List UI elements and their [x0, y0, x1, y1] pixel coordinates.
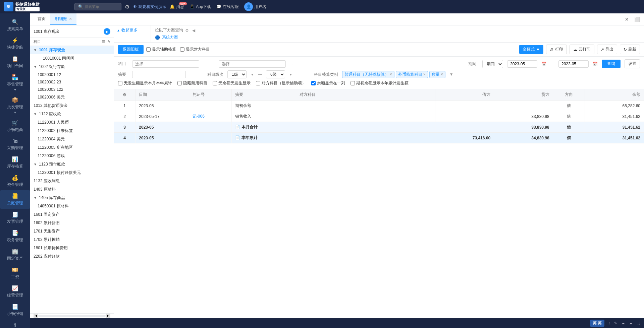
top-search-box[interactable]: 🔍 [74, 3, 121, 10]
sidebar-item-ecommerce[interactable]: 🛒 小畅电商 [0, 117, 30, 135]
tree-toggle-1001[interactable]: ▼ [34, 48, 38, 52]
tree-toggle-1405[interactable]: ▼ [34, 196, 38, 200]
tree-node-1405[interactable]: ▼ 1405 库存商品 [30, 194, 114, 202]
sidebar-item-search[interactable]: 🔍 搜索菜单 [0, 16, 30, 35]
tag-close-0[interactable]: × [390, 72, 392, 77]
settings-gear-icon[interactable]: ⚙ [125, 4, 129, 10]
tab-close-window-btn[interactable]: ✕ [624, 15, 630, 23]
app-download-btn[interactable]: 📱 App下载 [190, 4, 211, 10]
sidebar-item-quick-nav[interactable]: ⚡ 快捷导航 [0, 35, 30, 53]
tree-node-14050001[interactable]: 14050001 原材料 [30, 202, 114, 210]
tree-node-1403[interactable]: 1403 原材料 [30, 185, 114, 194]
refresh-btn[interactable]: ↻ 刷新 [620, 45, 640, 54]
tree-node-10020002[interactable]: 10020002 23 [30, 78, 114, 86]
cb1-label[interactable]: 无发生额显示本月本年累计 [118, 80, 172, 86]
cb4-input[interactable] [256, 81, 260, 85]
sidebar-item-purchase[interactable]: 🛍 采购管理 [0, 135, 30, 153]
top-search-input[interactable] [85, 5, 118, 9]
tree-node-11220005[interactable]: 11220005 所在地区 [30, 143, 114, 152]
tree-node-2202[interactable]: 2202 应付账款 [30, 252, 114, 261]
tree-node-1001[interactable]: ▼ 1001 库存现金 [30, 46, 114, 54]
scheme-name[interactable]: 系统方案 [162, 35, 178, 40]
notification-btn[interactable]: 🔔 消息 99+ [170, 4, 184, 10]
sidebar-item-capital[interactable]: 💰 资金管理 [0, 172, 30, 190]
cb2-input[interactable] [177, 81, 182, 85]
show-aux-checkbox[interactable]: 显示辅助核算 [146, 47, 176, 52]
tree-node-1701[interactable]: 1701 无形资产 [30, 227, 114, 236]
sidebar-item-invoice[interactable]: 🧾 发票管理 [0, 209, 30, 227]
cb5-label[interactable]: 余额显示在一列 [311, 80, 345, 86]
scheme-settings-icon[interactable]: ⚙ [185, 28, 189, 33]
level-from-select[interactable]: 1级 [227, 70, 247, 78]
scroll-left-btn[interactable]: ◀ [34, 314, 38, 318]
tag-close-2[interactable]: × [441, 72, 443, 77]
tree-toggle-1122[interactable]: ▼ [34, 112, 38, 116]
calendar-start-icon[interactable]: 📅 [541, 62, 546, 66]
category-dropdown-icon[interactable]: ▼ [449, 72, 453, 77]
back-old-version-btn[interactable]: 退回旧版 [118, 45, 144, 54]
voucher-link[interactable]: 记-006 [193, 114, 205, 119]
sidebar-item-basic-info[interactable]: ℹ 基础信息 [0, 319, 30, 328]
cloud-print-btn[interactable]: ☁ 云打印 [570, 45, 594, 54]
tab-close-icon[interactable]: ✕ [69, 17, 72, 21]
cb4-label[interactable]: 对方科目（显示辅助项） [256, 80, 306, 86]
export-btn[interactable]: ↗ 导出 [597, 45, 617, 54]
grid-icon[interactable]: ☰ [102, 40, 105, 44]
sidebar-item-wholesale[interactable]: 📦 批发管理 ▼ [0, 94, 30, 117]
tab-home[interactable]: 首页 [33, 13, 50, 25]
print-btn[interactable]: 🖨 打印 [546, 45, 567, 54]
cb5-input[interactable] [311, 81, 316, 85]
user-profile-btn[interactable]: 👤 用户名 [244, 2, 266, 11]
tree-node-11220004[interactable]: 11220004 美元 [30, 135, 114, 143]
tree-node-11230001[interactable]: 11230001 预付账款美元 [30, 169, 114, 177]
online-service-btn[interactable]: 💬 在线客服 [216, 4, 239, 10]
tree-node-1012[interactable]: 1012 其他货币资金 [30, 102, 114, 110]
show-aux-input[interactable] [146, 47, 151, 52]
cb1-input[interactable] [118, 81, 122, 85]
filter-arrow-icon[interactable]: ◀ [192, 28, 195, 33]
cb3-label[interactable]: 无余额无发生显示 [213, 80, 251, 86]
sidebar-item-inventory[interactable]: 📊 库存核算 [0, 153, 30, 172]
tree-node-1122[interactable]: ▼ 1122 应收款 [30, 110, 114, 118]
calendar-end-icon[interactable]: 📅 [593, 62, 598, 66]
cb6-label[interactable]: 期初余额显示本年累计发生额 [351, 80, 409, 86]
cb6-input[interactable] [351, 81, 355, 85]
status-upload-icon[interactable]: ↑ [608, 321, 610, 325]
tree-scroll-bar[interactable]: ◀ ▶ [30, 313, 114, 318]
show-counterpart-input[interactable] [180, 47, 184, 52]
tree-toggle-1123[interactable]: ▼ [34, 162, 38, 166]
tree-node-10010001[interactable]: 10010001 同呵呵 [30, 54, 114, 63]
level-to-select[interactable]: 6级 [266, 70, 285, 78]
lang-switch-btn[interactable]: 英 英 [590, 320, 604, 327]
tree-node-1702[interactable]: 1702 累计摊销 [30, 236, 114, 244]
tree-node-1002[interactable]: ▼ 1002 银行存款 [30, 63, 114, 71]
settings-gear-table-icon[interactable]: ⚙ [123, 92, 126, 97]
tree-node-10020001[interactable]: 10020001 12 [30, 71, 114, 78]
tree-toggle-1002[interactable]: ▼ [34, 65, 38, 69]
tree-node-1801[interactable]: 1801 长期待摊费用 [30, 244, 114, 252]
status-edit-icon[interactable]: ✎ [614, 321, 617, 325]
tree-node-1123[interactable]: ▼ 1123 预付账款 [30, 160, 114, 169]
sidebar-item-assets[interactable]: 🏢 固定资产 [0, 246, 30, 264]
cb2-label[interactable]: 隐藏禁用科目 [177, 80, 207, 86]
tree-node-11220002[interactable]: 11220002 往来标签 [30, 127, 114, 135]
tab-detail[interactable]: 明细账 ✕ [50, 13, 76, 25]
period-start-input[interactable] [507, 60, 537, 68]
subject-input[interactable] [132, 60, 199, 68]
period-mode-select[interactable]: 期间 [482, 60, 503, 68]
tab-maximize-btn[interactable]: ⬜ [633, 15, 641, 23]
demo-link[interactable]: 👁 我要看实例演示 [133, 4, 166, 10]
sidebar-item-tax[interactable]: 📑 税务管理 [0, 227, 30, 246]
amount-format-btn[interactable]: 金额式 ▼ [519, 45, 543, 54]
show-counterpart-checkbox[interactable]: 显示对方科目 [180, 47, 210, 52]
tree-node-11220001[interactable]: 11220001 人民币 [30, 118, 114, 127]
filter-expand-btn[interactable]: 收起更多 [121, 27, 138, 33]
tree-node-10020003[interactable]: 10020003 122 [30, 86, 114, 93]
account-tree[interactable]: ▼ 1001 库存现金 10010001 同呵呵 ▼ 1002 银行存款 100… [30, 46, 114, 313]
tree-node-1132[interactable]: 1132 应收利息 [30, 177, 114, 185]
sidebar-item-ledger[interactable]: 📒 总账管理 [0, 190, 30, 209]
tree-node-10020006[interactable]: 10020006 美元 [30, 93, 114, 102]
status-cloud-icon1[interactable]: ☁ [621, 321, 625, 325]
row2-voucher[interactable]: 记-006 [189, 111, 232, 122]
tag-close-1[interactable]: × [423, 72, 426, 77]
